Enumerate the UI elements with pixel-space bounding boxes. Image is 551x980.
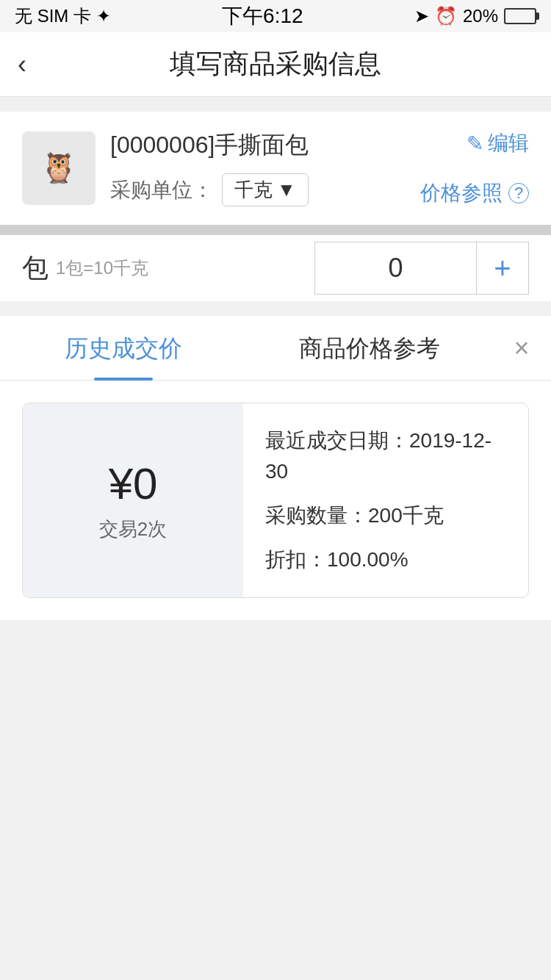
discount-label: 折扣： [265,548,327,571]
price-card: ¥0 交易2次 最近成交日期：2019-12-30 采购数量：200千克 折扣：… [22,403,529,598]
gray-divider [0,225,551,235]
quantity-input[interactable] [314,242,476,295]
tab-close-button[interactable]: × [492,316,551,381]
unit-big: 包 [22,251,48,287]
main-content [0,620,551,980]
battery-icon [504,8,536,24]
unit-dropdown[interactable]: 千克 ▼ [222,173,309,206]
status-left: 无 SIM 卡 ✦ [15,4,111,28]
product-header: 🦉 [0000006]手撕面包 采购单位： 千克 ▼ ✎ 编辑 价格参照 [22,129,529,207]
trade-count: 交易2次 [99,516,167,542]
unit-label: 采购单位： [110,176,213,204]
product-section: 🦉 [0000006]手撕面包 采购单位： 千克 ▼ ✎ 编辑 价格参照 [0,112,551,225]
status-time: 下午6:12 [222,2,303,30]
edit-label: 编辑 [488,129,529,157]
product-left: 🦉 [0000006]手撕面包 采购单位： 千克 ▼ [22,129,309,206]
recent-date-row: 最近成交日期：2019-12-30 [265,425,506,487]
back-button[interactable]: ‹ [18,49,26,80]
info-icon: ? [508,183,529,203]
price-ref-button[interactable]: 价格参照 ? [420,179,529,207]
product-actions: ✎ 编辑 价格参照 ? [420,129,529,207]
recent-date-label: 最近成交日期： [265,429,409,452]
price-card-right: 最近成交日期：2019-12-30 采购数量：200千克 折扣：100.00% [243,403,528,597]
tab-product-price[interactable]: 商品价格参考 [246,316,492,381]
discount-row: 折扣：100.00% [265,544,506,575]
product-name: [0000006]手撕面包 [110,129,309,162]
signal-text: 无 SIM 卡 ✦ [15,4,111,28]
back-icon: ‹ [18,49,26,79]
tab-history-price[interactable]: 历史成交价 [0,316,246,381]
tab-content-history: ¥0 交易2次 最近成交日期：2019-12-30 采购数量：200千克 折扣：… [0,381,551,620]
price-value: ¥0 [109,458,158,509]
purchase-qty-value: 200千克 [368,504,444,527]
location-icon: ➤ [414,6,429,26]
price-card-left: ¥0 交易2次 [23,403,243,597]
page-title: 填写商品采购信息 [170,46,381,82]
tabs-section: 历史成交价 商品价格参考 × ¥0 交易2次 最近成交日期：2019-12-30… [0,316,551,620]
quantity-section: 包 1包=10千克 + [0,235,551,301]
status-bar: 无 SIM 卡 ✦ 下午6:12 ➤ ⏰ 20% [0,0,551,32]
product-info: [0000006]手撕面包 采购单位： 千克 ▼ [110,129,309,206]
unit-conversion: 1包=10千克 [56,256,148,280]
product-thumbnail: 🦉 [22,131,96,205]
purchase-qty-label: 采购数量： [265,504,368,527]
product-image: 🦉 [40,151,77,185]
edit-icon: ✎ [467,131,483,156]
tab-product-price-label: 商品价格参考 [299,335,440,361]
discount-value: 100.00% [327,548,408,571]
quantity-label: 包 1包=10千克 [22,251,148,287]
alarm-icon: ⏰ [435,6,457,26]
tab-history-price-label: 历史成交价 [65,335,182,361]
tabs-header: 历史成交价 商品价格参考 × [0,316,551,381]
battery-percent: 20% [463,6,498,26]
quantity-control: + [314,242,529,295]
product-unit-row: 采购单位： 千克 ▼ [110,173,309,206]
quantity-plus-button[interactable]: + [476,242,529,295]
purchase-qty-row: 采购数量：200千克 [265,500,506,531]
edit-button[interactable]: ✎ 编辑 [467,129,529,157]
close-icon: × [514,333,529,364]
plus-icon: + [494,252,511,285]
nav-bar: ‹ 填写商品采购信息 [0,32,551,97]
status-right: ➤ ⏰ 20% [414,6,536,26]
price-ref-label: 价格参照 [420,179,503,207]
unit-value: 千克 [234,177,273,203]
dropdown-arrow-icon: ▼ [277,179,296,201]
